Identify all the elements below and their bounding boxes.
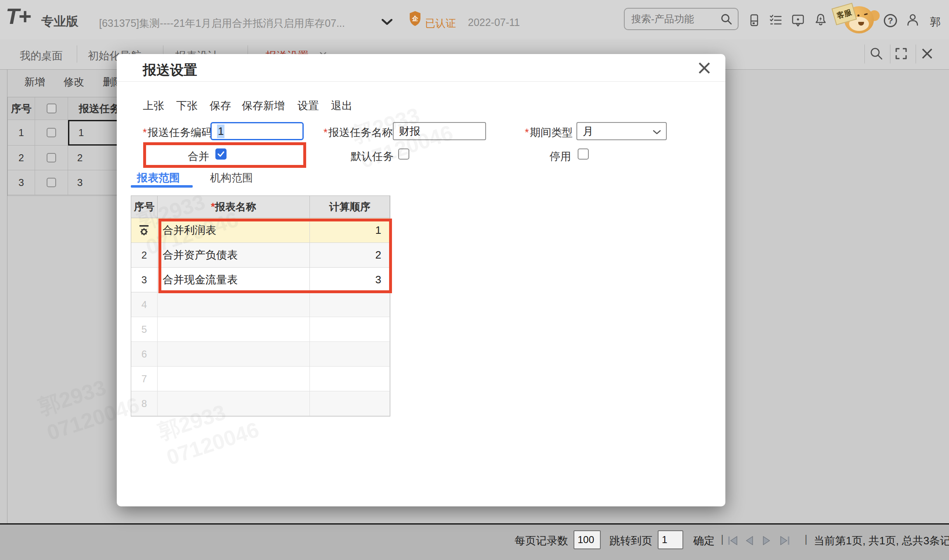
prev-page-icon[interactable] bbox=[744, 535, 754, 546]
tab-report-scope[interactable]: 报表范围 bbox=[137, 171, 180, 185]
task-name-value: 财报 bbox=[399, 124, 420, 139]
report-name-cell[interactable]: 合并资产负债表 bbox=[158, 243, 310, 268]
next-record-button[interactable]: 下张 bbox=[176, 99, 198, 113]
bg-row-seq: 2 bbox=[8, 146, 35, 170]
period-type-value: 月 bbox=[583, 124, 593, 139]
fullscreen-icon[interactable] bbox=[895, 47, 908, 60]
checklist-icon[interactable] bbox=[769, 14, 782, 26]
row-gear-cell[interactable] bbox=[131, 218, 158, 243]
required-mark: * bbox=[143, 127, 147, 139]
report-row-empty[interactable]: 5 bbox=[131, 317, 390, 342]
user-name[interactable]: 郭 bbox=[930, 15, 941, 29]
report-row-empty[interactable]: 6 bbox=[131, 342, 390, 367]
bg-header-checkbox-cell bbox=[35, 97, 68, 120]
bg-select-all-checkbox[interactable] bbox=[47, 104, 57, 113]
dialog-close-icon[interactable] bbox=[697, 61, 712, 75]
calc-order-cell[interactable]: 2 bbox=[310, 243, 390, 268]
workspace-close-icon[interactable] bbox=[921, 47, 934, 60]
disable-checkbox[interactable] bbox=[578, 148, 589, 160]
user-icon[interactable] bbox=[906, 13, 919, 26]
save-and-new-button[interactable]: 保存新增 bbox=[242, 99, 285, 113]
tabbar-action-separator bbox=[890, 45, 890, 64]
report-row-selected[interactable]: 合并利润表 1 bbox=[131, 218, 390, 243]
last-page-icon[interactable] bbox=[779, 535, 791, 546]
header-date: 2022-07-11 bbox=[468, 16, 520, 28]
report-name-cell[interactable]: 合并现金流量表 bbox=[158, 268, 310, 292]
bg-new-button[interactable]: 新增 bbox=[24, 75, 45, 89]
pagination-separator: | bbox=[721, 533, 724, 546]
pagination-separator: | bbox=[805, 533, 807, 546]
tab-org-scope[interactable]: 机构范围 bbox=[210, 171, 253, 185]
tabbar-action-separator bbox=[864, 45, 865, 64]
bg-modify-button[interactable]: 修改 bbox=[64, 75, 84, 89]
tab-my-desktop[interactable]: 我的桌面 bbox=[20, 49, 63, 63]
report-row[interactable]: 2 合并资产负债表 2 bbox=[131, 243, 390, 268]
product-search-input[interactable]: 搜索-产品功能 bbox=[624, 8, 739, 30]
next-page-icon[interactable] bbox=[762, 535, 772, 546]
required-mark: * bbox=[525, 127, 529, 139]
chevron-down-icon[interactable] bbox=[382, 19, 392, 26]
message-icon[interactable] bbox=[791, 14, 805, 28]
calculator-icon[interactable] bbox=[748, 14, 761, 27]
report-name-cell[interactable] bbox=[158, 342, 310, 367]
bg-row-seq: 1 bbox=[8, 120, 35, 146]
required-mark: * bbox=[323, 127, 328, 139]
service-monkey-icon[interactable]: 客服 bbox=[833, 2, 882, 38]
app-screen: T+ 专业版 [631375]集测----21年1月启用合并抵消只启用库存07.… bbox=[0, 0, 949, 560]
row-seq-cell: 3 bbox=[131, 268, 158, 292]
report-scope-table: 序号 *报表名称 计算顺序 bbox=[131, 195, 390, 416]
period-type-select[interactable]: 月 bbox=[576, 122, 667, 140]
period-type-label: 期间类型 bbox=[530, 125, 573, 140]
report-name-cell[interactable]: 合并利润表 bbox=[158, 218, 310, 243]
col-seq: 序号 bbox=[131, 196, 158, 218]
bg-row-checkbox[interactable] bbox=[47, 178, 56, 187]
notification-bell-icon[interactable] bbox=[814, 13, 828, 28]
calc-order-cell[interactable] bbox=[310, 367, 390, 391]
help-icon[interactable]: ? bbox=[884, 14, 897, 27]
tabbar-action-separator bbox=[916, 45, 916, 64]
report-name-cell[interactable] bbox=[158, 292, 310, 317]
report-row-empty[interactable]: 4 bbox=[131, 292, 390, 317]
task-code-input[interactable]: 1 bbox=[210, 122, 304, 140]
per-page-input[interactable] bbox=[574, 530, 601, 549]
goto-page-input[interactable] bbox=[658, 530, 683, 549]
save-button[interactable]: 保存 bbox=[210, 99, 231, 113]
disable-label: 停用 bbox=[550, 149, 571, 164]
report-table-header: 序号 *报表名称 计算顺序 bbox=[131, 196, 390, 218]
workspace-search-icon[interactable] bbox=[869, 46, 884, 61]
report-name-cell[interactable] bbox=[158, 317, 310, 342]
default-task-label: 默认任务 bbox=[351, 149, 394, 164]
merge-checkbox[interactable] bbox=[215, 148, 227, 160]
calc-order-cell[interactable]: 3 bbox=[310, 268, 390, 292]
row-seq-cell: 2 bbox=[131, 243, 158, 268]
first-page-icon[interactable] bbox=[727, 535, 739, 546]
task-name-input[interactable]: 财报 bbox=[393, 122, 486, 140]
report-name-cell[interactable] bbox=[158, 391, 310, 416]
gear-icon[interactable] bbox=[138, 224, 150, 237]
submit-settings-dialog: 报送设置 上张 下张 保存 保存新增 设置 退出 * 报送任务编码 1 * 报送… bbox=[117, 54, 725, 506]
calc-order-cell[interactable] bbox=[310, 292, 390, 317]
calc-order-cell[interactable] bbox=[310, 342, 390, 367]
default-task-checkbox[interactable] bbox=[398, 148, 409, 160]
row-seq-cell: 6 bbox=[131, 342, 158, 367]
prev-record-button[interactable]: 上张 bbox=[143, 99, 164, 113]
calc-order-cell[interactable] bbox=[310, 391, 390, 416]
active-tab-underline bbox=[131, 185, 193, 188]
report-row-empty[interactable]: 7 bbox=[131, 367, 390, 391]
goto-page-label: 跳转到页 bbox=[609, 534, 652, 548]
report-row[interactable]: 3 合并现金流量表 3 bbox=[131, 268, 390, 292]
report-row-empty[interactable]: 8 bbox=[131, 391, 390, 416]
calc-order-cell[interactable]: 1 bbox=[310, 218, 390, 243]
account-title[interactable]: [631375]集测----21年1月启用合并抵消只启用库存07... bbox=[99, 16, 345, 30]
svg-text:企: 企 bbox=[412, 15, 419, 22]
report-name-cell[interactable] bbox=[158, 367, 310, 391]
search-icon[interactable] bbox=[720, 12, 733, 26]
row-seq-cell: 7 bbox=[131, 367, 158, 391]
calc-order-cell[interactable] bbox=[310, 317, 390, 342]
goto-confirm-button[interactable]: 确定 bbox=[693, 534, 715, 548]
exit-button[interactable]: 退出 bbox=[331, 99, 352, 113]
task-code-value: 1 bbox=[217, 125, 224, 138]
settings-button[interactable]: 设置 bbox=[297, 99, 319, 113]
bg-row-checkbox[interactable] bbox=[47, 153, 56, 162]
bg-row-checkbox[interactable] bbox=[47, 128, 56, 137]
